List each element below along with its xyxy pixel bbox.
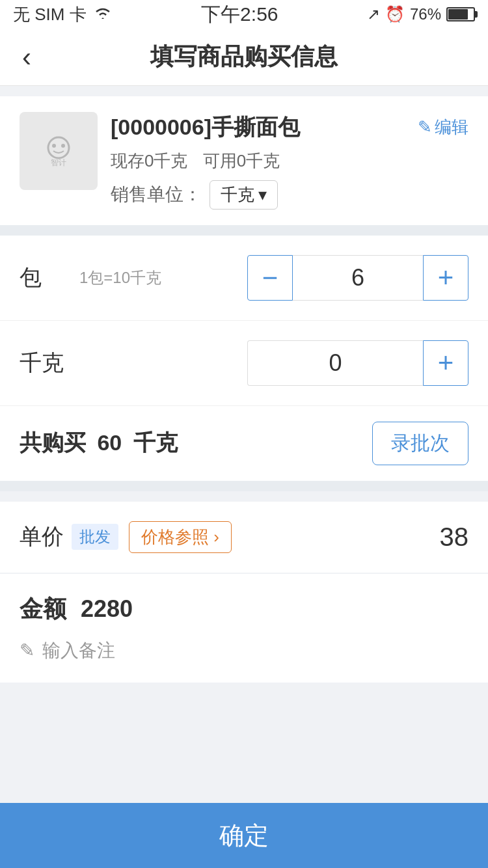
bag-input-controls: − + xyxy=(247,255,468,301)
divider-1 xyxy=(0,225,488,236)
chevron-down-icon: ▾ xyxy=(258,185,267,205)
remark-row[interactable]: ✎ 输入备注 xyxy=(20,638,468,663)
status-bar: 无 SIM 卡 下午2:56 ↗ ⏰ 76% xyxy=(0,0,488,29)
bag-minus-button[interactable]: − xyxy=(247,255,293,301)
amount-section: 金额 2280 ✎ 输入备注 xyxy=(0,574,488,683)
kg-quantity-input[interactable] xyxy=(247,340,423,386)
product-stock: 现存0千克 可用0千克 xyxy=(111,150,468,172)
confirm-button[interactable]: 确定 xyxy=(0,803,488,868)
product-thumbnail: 智计 xyxy=(20,112,98,190)
kg-input-controls: + xyxy=(247,340,468,386)
quantity-section: 包 1包=10千克 − + 千克 + xyxy=(0,236,488,406)
price-tag: 批发 xyxy=(72,524,118,550)
remark-placeholder: 输入备注 xyxy=(42,638,115,663)
price-ref-button[interactable]: 价格参照 › xyxy=(129,521,232,553)
page-title: 填写商品购买信息 xyxy=(150,41,338,73)
carrier-label: 无 SIM 卡 xyxy=(13,3,87,26)
svg-point-1 xyxy=(52,144,56,148)
price-row: 单价 批发 价格参照 › 38 xyxy=(20,521,468,553)
price-label: 单价 xyxy=(20,522,64,552)
product-unit-row: 销售单位： 千克 ▾ xyxy=(111,180,468,210)
amount-row: 金额 2280 xyxy=(20,593,468,625)
amount-value: 2280 xyxy=(81,595,133,622)
divider-2 xyxy=(0,481,488,491)
unit-select[interactable]: 千克 ▾ xyxy=(210,180,278,210)
bag-input-row: 包 1包=10千克 − + xyxy=(0,236,488,321)
product-name: [0000006]手撕面包 xyxy=(111,112,468,143)
price-value: 38 xyxy=(440,522,469,552)
edit-icon: ✎ xyxy=(418,117,432,137)
edit-button[interactable]: ✎ 编辑 xyxy=(418,116,468,139)
price-left: 单价 批发 价格参照 › xyxy=(20,521,232,553)
total-text: 共购买 60 千克 xyxy=(20,428,178,458)
product-info: [0000006]手撕面包 现存0千克 可用0千克 销售单位： 千克 ▾ xyxy=(111,112,468,210)
total-row: 共购买 60 千克 录批次 xyxy=(0,406,488,481)
battery-icon xyxy=(446,7,475,21)
time-label: 下午2:56 xyxy=(201,1,278,28)
price-section: 单价 批发 价格参照 › 38 xyxy=(0,502,488,573)
product-card: 智计 [0000006]手撕面包 现存0千克 可用0千克 销售单位： 千克 ▾ … xyxy=(0,96,488,225)
status-right: ↗ ⏰ 76% xyxy=(367,5,475,23)
product-logo-icon: 智计 xyxy=(39,131,78,170)
battery-label: 76% xyxy=(410,5,441,23)
nav-bar: ‹ 填写商品购买信息 xyxy=(0,29,488,86)
wifi-icon xyxy=(93,5,113,25)
alarm-icon: ⏰ xyxy=(385,5,405,23)
bag-hint: 1包=10千克 xyxy=(79,267,247,288)
kg-input-row: 千克 + xyxy=(0,321,488,406)
back-button[interactable]: ‹ xyxy=(16,35,38,79)
bag-plus-button[interactable]: + xyxy=(423,255,468,301)
status-left: 无 SIM 卡 xyxy=(13,3,113,26)
remark-icon: ✎ xyxy=(20,640,34,661)
batch-button[interactable]: 录批次 xyxy=(372,422,468,465)
svg-text:智计: 智计 xyxy=(51,158,66,167)
bag-label: 包 xyxy=(20,263,72,293)
svg-point-2 xyxy=(61,144,65,148)
svg-point-0 xyxy=(48,137,69,158)
kg-label: 千克 xyxy=(20,348,72,378)
kg-plus-button[interactable]: + xyxy=(423,340,468,386)
location-icon: ↗ xyxy=(367,5,380,23)
bag-quantity-input[interactable] xyxy=(293,255,423,301)
